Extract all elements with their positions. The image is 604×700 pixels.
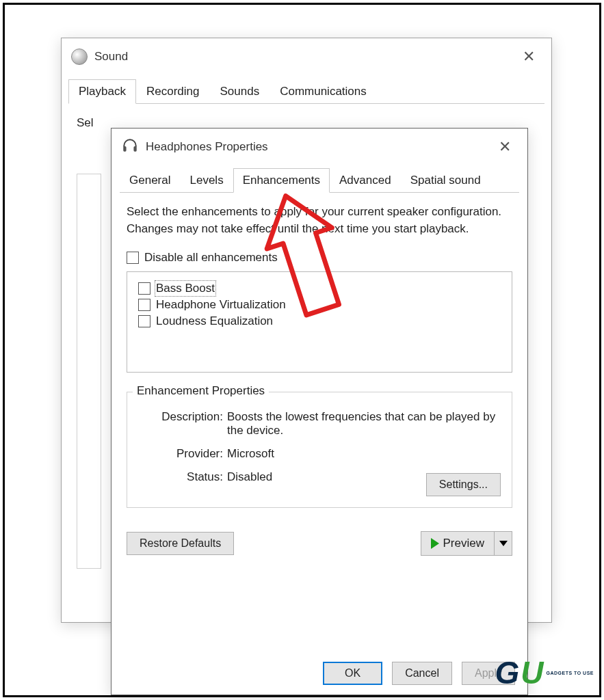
enhancement-bass-boost[interactable]: Bass Boost xyxy=(138,282,501,295)
enhancements-list: Bass Boost Headphone Virtualization Loud… xyxy=(127,271,512,373)
ok-button[interactable]: OK xyxy=(323,662,382,685)
svg-rect-1 xyxy=(133,146,136,152)
sound-title: Sound xyxy=(94,50,128,64)
restore-preview-row: Restore Defaults Preview xyxy=(127,531,512,556)
svg-rect-0 xyxy=(123,146,126,152)
props-title: Headphones Properties xyxy=(146,140,268,154)
preview-dropdown[interactable] xyxy=(495,531,512,556)
status-label: Status: xyxy=(138,470,227,484)
props-titlebar: Headphones Properties ✕ xyxy=(111,129,527,165)
loudness-equalization-checkbox[interactable] xyxy=(138,315,150,327)
watermark-logo: GU GADGETS TO USE xyxy=(495,654,594,691)
tab-advanced[interactable]: Advanced xyxy=(330,168,401,192)
props-tabs: General Levels Enhancements Advanced Spa… xyxy=(120,168,519,193)
enhancement-headphone-virtualization[interactable]: Headphone Virtualization xyxy=(138,298,501,312)
provider-label: Provider: xyxy=(138,447,227,461)
dialog-buttons: OK Cancel Apply xyxy=(323,662,515,685)
tab-levels[interactable]: Levels xyxy=(180,168,233,192)
image-frame: Sound ✕ Playback Recording Sounds Commun… xyxy=(3,3,601,697)
description-value: Boosts the lowest frequencies that can b… xyxy=(227,410,501,438)
settings-button[interactable]: Settings... xyxy=(426,473,501,496)
close-icon[interactable]: ✕ xyxy=(492,135,518,159)
tab-spatial-sound[interactable]: Spatial sound xyxy=(401,168,490,192)
enhancement-properties-group: Enhancement Properties Description: Boos… xyxy=(127,392,512,508)
provider-value: Microsoft xyxy=(227,447,501,461)
preview-split-button: Preview xyxy=(421,531,512,556)
description-label: Description: xyxy=(138,410,227,438)
speaker-icon xyxy=(71,49,88,65)
play-icon xyxy=(431,538,439,549)
watermark-u: U xyxy=(521,654,542,691)
chevron-down-icon xyxy=(499,541,508,546)
headphone-virtualization-label: Headphone Virtualization xyxy=(156,298,286,312)
restore-defaults-button[interactable]: Restore Defaults xyxy=(127,532,234,555)
preview-label: Preview xyxy=(443,537,484,550)
loudness-equalization-label: Loudness Equalization xyxy=(156,314,273,328)
headphones-icon xyxy=(121,137,146,158)
disable-all-checkbox[interactable] xyxy=(127,252,139,264)
tab-general[interactable]: General xyxy=(120,168,180,192)
device-list-peek xyxy=(77,174,101,569)
tab-sounds[interactable]: Sounds xyxy=(209,79,270,103)
group-legend: Enhancement Properties xyxy=(133,384,269,398)
tab-playback[interactable]: Playback xyxy=(68,79,136,104)
sound-titlebar: Sound ✕ xyxy=(62,38,551,75)
tab-recording[interactable]: Recording xyxy=(136,79,210,103)
preview-button[interactable]: Preview xyxy=(421,531,495,556)
cancel-button[interactable]: Cancel xyxy=(392,662,452,685)
tab-communications[interactable]: Communications xyxy=(270,79,377,103)
watermark-g: G xyxy=(495,654,518,691)
enhancement-loudness-equalization[interactable]: Loudness Equalization xyxy=(138,314,501,328)
sound-body-text: Sel xyxy=(77,116,94,129)
bass-boost-label: Bass Boost xyxy=(156,282,215,295)
watermark-sub: GADGETS TO USE xyxy=(547,671,594,675)
sound-tabs: Playback Recording Sounds Communications xyxy=(68,79,544,104)
disable-all-label: Disable all enhancements xyxy=(144,251,278,265)
headphones-properties-window: Headphones Properties ✕ General Levels E… xyxy=(111,128,528,695)
headphone-virtualization-checkbox[interactable] xyxy=(138,299,150,311)
disable-all-row[interactable]: Disable all enhancements xyxy=(127,251,512,265)
enhancements-panel: Select the enhancements to apply for you… xyxy=(111,193,527,567)
tab-enhancements[interactable]: Enhancements xyxy=(233,168,330,193)
close-icon[interactable]: ✕ xyxy=(516,45,542,68)
enhancements-description: Select the enhancements to apply for you… xyxy=(127,204,512,237)
bass-boost-checkbox[interactable] xyxy=(138,282,150,295)
